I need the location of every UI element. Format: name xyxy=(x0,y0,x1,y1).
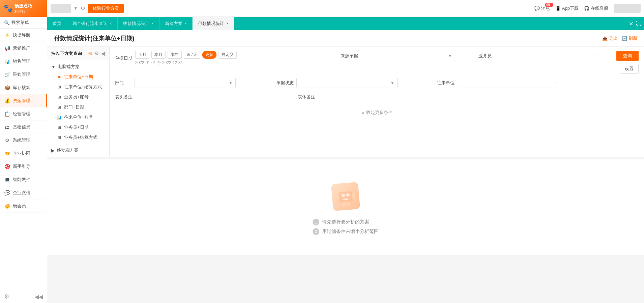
date-btn-more[interactable]: 更多 xyxy=(202,51,216,59)
partner-input[interactable] xyxy=(457,78,552,88)
date-label: 单据日期 xyxy=(115,55,133,61)
scheme-item-icon-staff-account: ⊞ xyxy=(57,94,62,100)
scheme-item-label: 往来单位+账号 xyxy=(64,114,93,120)
tab-collection[interactable]: 收款情况统计 × xyxy=(118,17,159,30)
pc-group-header[interactable]: ▼ 电脑端方案 xyxy=(47,62,109,72)
trial-button[interactable]: 体验行业方案 xyxy=(88,4,124,13)
scheme-item-partner-account[interactable]: 📊 往来单位+账号 xyxy=(47,112,109,122)
sidebar-item-member[interactable]: 👑 畅会员 xyxy=(0,200,47,213)
sidebar-item-wechat[interactable]: 💬 企业微信 xyxy=(0,186,47,200)
body-note-input[interactable] xyxy=(318,92,419,102)
sidebar-item-operation[interactable]: 📋 经营管理 xyxy=(0,108,47,121)
query-button[interactable]: 查询 xyxy=(616,51,639,61)
page-title: 付款情况统计(往来单位+日期) xyxy=(54,34,135,42)
sidebar-nav: ⚡ 快捷导航 📢 营销推广 📊 销售管理 🛒 采购管理 📦 库存核算 💰 资金管… xyxy=(0,29,47,290)
filter-field-body-note: 表体备注 xyxy=(298,92,591,102)
empty-hint-2: 2 用过滤条件来缩小分析范围 xyxy=(313,228,379,235)
scheme-item-staff-settle[interactable]: ⊞ 业务员+结算方式 xyxy=(47,132,109,143)
tab-close-all-icon[interactable]: ✕ xyxy=(629,21,633,27)
scheme-item-partner-date[interactable]: ● 往来单位+日期 xyxy=(47,72,109,82)
settings-button[interactable]: 设置 xyxy=(620,64,639,74)
mobile-group-header[interactable]: ▶ 移动端方案 xyxy=(47,145,109,155)
staff-dots-btn[interactable]: ··· xyxy=(595,53,599,59)
app-edition: 标准版 xyxy=(14,9,32,14)
tab-new-scheme[interactable]: 新建方案 × xyxy=(159,17,193,30)
sidebar-item-newbie[interactable]: 🎯 新手引导 xyxy=(0,160,47,173)
sidebar-item-quick-nav[interactable]: ⚡ 快捷导航 xyxy=(0,29,47,42)
hint-label-1: 请先选择要分析的方案 xyxy=(322,219,369,225)
tab-bank-flow-close[interactable]: × xyxy=(110,21,112,26)
sidebar-item-capital[interactable]: 💰 资金管理 xyxy=(0,94,47,108)
date-range-text: 2022-01-01 至 2022-12-31 xyxy=(135,60,237,66)
sidebar-item-label: 畅会员 xyxy=(13,203,26,209)
svg-rect-1 xyxy=(341,194,345,197)
tab-payment-close[interactable]: × xyxy=(226,21,229,26)
dept-select[interactable]: ▼ xyxy=(135,78,236,88)
sidebar-item-purchase[interactable]: 🛒 采购管理 xyxy=(0,68,47,81)
source-select[interactable]: ▼ xyxy=(361,51,455,61)
refresh-btn[interactable]: 🔄 刷新 xyxy=(622,35,637,41)
page-header: 付款情况统计(往来单位+日期) 📤 导出 🔄 刷新 xyxy=(47,30,644,47)
sidebar-item-label: 营销推广 xyxy=(13,45,30,51)
scheme-item-staff-date[interactable]: ⊞ 业务员+日期 xyxy=(47,122,109,132)
app-download-btn[interactable]: 📱 App下载 xyxy=(555,5,579,11)
page-content: 付款情况统计(往来单位+日期) 📤 导出 🔄 刷新 按以下方案查询 ⊕ xyxy=(47,30,644,303)
sidebar-item-marketing[interactable]: 📢 营销推广 xyxy=(0,42,47,55)
date-btn-custom[interactable]: 自定义 xyxy=(218,51,237,59)
scheme-item-dept-date[interactable]: ⊞ 部门+日期 xyxy=(47,102,109,112)
scheme-settings-icon[interactable]: ⚙ xyxy=(94,50,99,57)
tab-collection-close[interactable]: × xyxy=(151,21,154,26)
cooperation-icon: 🤝 xyxy=(4,150,10,156)
empty-hint-1: 1 请先选择要分析的方案 xyxy=(313,219,379,225)
svg-rect-0 xyxy=(339,191,353,203)
header-note-input[interactable] xyxy=(135,92,230,102)
empty-state: 1 请先选择要分析的方案 2 用过滤条件来缩小分析范围 xyxy=(47,159,644,255)
sidebar-item-basic-info[interactable]: 🗂 基础信息 xyxy=(0,121,47,134)
staff-label: 业务员 xyxy=(478,53,495,59)
sidebar-item-label: 快捷导航 xyxy=(13,32,30,38)
staff-input[interactable] xyxy=(498,51,592,61)
nav-dropdown-arrow[interactable]: ▼ xyxy=(74,6,78,11)
search-menu[interactable]: 🔍 搜索菜单 xyxy=(0,17,47,29)
filter-field-date: 单据日期 上月 本月 本年 近7天 更多 自定义 2022-01-01 至 20… xyxy=(115,51,334,66)
partner-dots-btn[interactable]: ··· xyxy=(554,80,559,86)
mobile-group-label: 移动端方案 xyxy=(57,147,79,153)
sidebar-item-smart-hardware[interactable]: 💻 智能硬件 xyxy=(0,173,47,186)
sidebar-item-system[interactable]: ⚙ 系统管理 xyxy=(0,134,47,147)
scheme-item-staff-account[interactable]: ⊞ 业务员+账号 xyxy=(47,92,109,102)
sidebar-item-label: 新手引导 xyxy=(13,163,30,170)
app-name: 畅捷通巧 xyxy=(14,3,32,9)
date-btn-last-month[interactable]: 上月 xyxy=(135,51,149,59)
sidebar-item-label: 库存核算 xyxy=(13,85,30,91)
date-btn-last-7days[interactable]: 近7天 xyxy=(184,51,200,59)
doc-status-select[interactable]: ▼ xyxy=(296,78,398,88)
messages-btn[interactable]: 💬 消息 99+ xyxy=(534,5,550,11)
online-service-btn[interactable]: 🎧 在线客服 xyxy=(584,5,608,11)
tab-bank-flow[interactable]: 现金银行流水查询 × xyxy=(67,17,118,30)
sidebar-collapse-btn[interactable]: ◀◀ xyxy=(35,294,43,300)
tab-expand-icon[interactable]: ⛶ xyxy=(636,21,641,27)
collapse-btn[interactable]: ∧ 收起更多条件 xyxy=(355,108,399,118)
tab-new-scheme-close[interactable]: × xyxy=(184,21,187,26)
scheme-header-icons: ⊕ ⚙ ◀ xyxy=(88,50,105,57)
export-btn[interactable]: 📤 导出 xyxy=(602,35,618,41)
sidebar-item-inventory[interactable]: 📦 库存核算 xyxy=(0,81,47,94)
nav-gear-icon[interactable]: ⚙ xyxy=(81,5,85,11)
scheme-add-icon[interactable]: ⊕ xyxy=(88,50,92,57)
scheme-item-partner-settle[interactable]: ⊞ 往来单位+结算方式 xyxy=(47,82,109,92)
sidebar-settings-icon[interactable]: ⚙ xyxy=(4,293,9,300)
sidebar-item-sales[interactable]: 📊 销售管理 xyxy=(0,55,47,68)
scheme-collapse-icon[interactable]: ◀ xyxy=(101,50,105,57)
scheme-item-label: 业务员+账号 xyxy=(64,94,89,100)
date-btn-this-year[interactable]: 本年 xyxy=(168,51,182,59)
sidebar-item-cooperation[interactable]: 🤝 企业协同 xyxy=(0,147,47,160)
date-btn-this-month[interactable]: 本月 xyxy=(151,51,166,59)
tab-home[interactable]: 首页 xyxy=(47,17,67,30)
tab-payment[interactable]: 付款情况统计 × xyxy=(193,17,234,30)
sidebar-footer: ⚙ ◀◀ xyxy=(0,290,47,303)
source-select-arrow: ▼ xyxy=(448,54,452,58)
scheme-item-label: 业务员+日期 xyxy=(64,124,89,130)
search-label: 搜索菜单 xyxy=(11,20,29,26)
sidebar-item-label: 销售管理 xyxy=(13,58,30,64)
top-nav-right: 💬 消息 99+ 📱 App下载 🎧 在线客服 xyxy=(534,4,641,13)
